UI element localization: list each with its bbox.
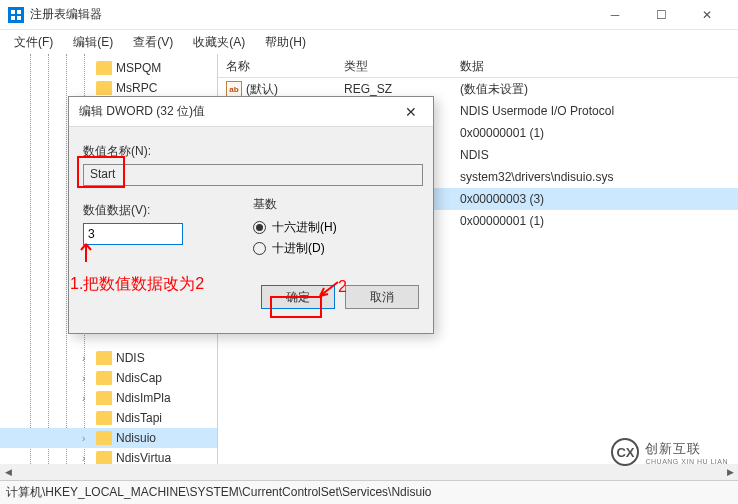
folder-icon	[96, 371, 112, 385]
list-header: 名称 类型 数据	[218, 54, 738, 78]
radio-icon	[253, 242, 266, 255]
col-name[interactable]: 名称	[218, 54, 336, 77]
minimize-button[interactable]: ─	[592, 0, 638, 30]
folder-icon	[96, 81, 112, 95]
value-data-input[interactable]	[83, 223, 183, 245]
tree-item[interactable]: ›Ndisuio	[0, 428, 217, 448]
menu-view[interactable]: 查看(V)	[123, 31, 183, 54]
ok-button[interactable]: 确定	[261, 285, 335, 309]
menubar: 文件(F) 编辑(E) 查看(V) 收藏夹(A) 帮助(H)	[0, 30, 738, 54]
radix-hex-radio[interactable]: 十六进制(H)	[253, 219, 337, 236]
dialog-title-text: 编辑 DWORD (32 位)值	[79, 103, 399, 120]
window-title: 注册表编辑器	[30, 6, 592, 23]
folder-icon	[96, 451, 112, 465]
folder-icon	[96, 351, 112, 365]
radix-dec-radio[interactable]: 十进制(D)	[253, 240, 337, 257]
watermark-logo-icon: CX	[611, 438, 639, 466]
edit-dword-dialog: 编辑 DWORD (32 位)值 ✕ 数值名称(N): Start 数值数据(V…	[68, 96, 434, 334]
regedit-icon	[8, 7, 24, 23]
svg-rect-2	[11, 16, 15, 20]
dialog-close-button[interactable]: ✕	[399, 104, 423, 120]
value-name-field: Start	[83, 164, 423, 186]
status-path: 计算机\HKEY_LOCAL_MACHINE\SYSTEM\CurrentCon…	[6, 484, 431, 501]
svg-rect-0	[11, 10, 15, 14]
col-data[interactable]: 数据	[452, 54, 738, 77]
svg-rect-3	[17, 16, 21, 20]
dialog-titlebar: 编辑 DWORD (32 位)值 ✕	[69, 97, 433, 127]
h-scrollbar[interactable]: ◀ ▶	[0, 464, 738, 480]
tree-item[interactable]: NdisTapi	[0, 408, 217, 428]
radio-icon	[253, 221, 266, 234]
tree-item[interactable]: ›NdisCap	[0, 368, 217, 388]
folder-icon	[96, 411, 112, 425]
col-type[interactable]: 类型	[336, 54, 452, 77]
menu-edit[interactable]: 编辑(E)	[63, 31, 123, 54]
radix-label: 基数	[253, 196, 337, 213]
titlebar: 注册表编辑器 ─ ☐ ✕	[0, 0, 738, 30]
menu-help[interactable]: 帮助(H)	[255, 31, 316, 54]
folder-icon	[96, 391, 112, 405]
scroll-right-icon[interactable]: ▶	[722, 464, 738, 480]
statusbar: 计算机\HKEY_LOCAL_MACHINE\SYSTEM\CurrentCon…	[0, 480, 738, 504]
string-value-icon: ab	[226, 81, 242, 97]
value-name-label: 数值名称(N):	[83, 143, 419, 160]
watermark: CX 创新互联 CHUANG XIN HU LIAN	[611, 438, 728, 466]
tree-item[interactable]: ›NDIS	[0, 348, 217, 368]
svg-rect-1	[17, 10, 21, 14]
close-button[interactable]: ✕	[684, 0, 730, 30]
tree-item[interactable]: MsRPC	[0, 78, 217, 98]
folder-icon	[96, 431, 112, 445]
maximize-button[interactable]: ☐	[638, 0, 684, 30]
scroll-left-icon[interactable]: ◀	[0, 464, 16, 480]
menu-favorites[interactable]: 收藏夹(A)	[183, 31, 255, 54]
cancel-button[interactable]: 取消	[345, 285, 419, 309]
tree-item[interactable]: MSPQM	[0, 58, 217, 78]
tree-item[interactable]: ›NdisImPla	[0, 388, 217, 408]
menu-file[interactable]: 文件(F)	[4, 31, 63, 54]
folder-icon	[96, 61, 112, 75]
value-data-label: 数值数据(V):	[83, 202, 253, 219]
